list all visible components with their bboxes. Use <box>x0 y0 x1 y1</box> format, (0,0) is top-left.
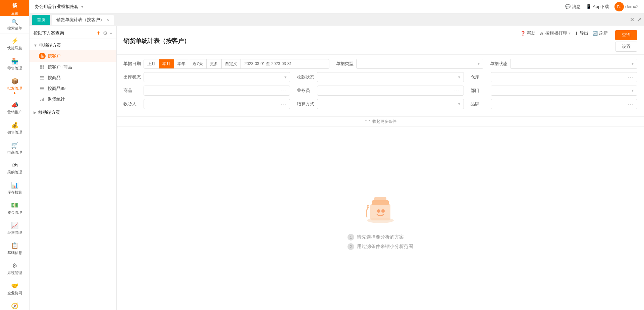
date-last-month[interactable]: 上月 <box>144 59 159 68</box>
retail-icon: 🏪 <box>11 57 18 65</box>
sidebar-item-retail[interactable]: 🏪 零售管理 <box>0 54 29 74</box>
empty-tip-2: 2 用过滤条件来缩小分析范围 <box>347 243 413 250</box>
sidebar-search[interactable]: 🔍 搜索菜单 <box>0 16 29 34</box>
tab-sales-stat[interactable]: 销货单统计表（按客户） × <box>52 15 114 25</box>
date-range-display: 2023-03-01 至 2023-03-31 <box>241 59 295 68</box>
date-custom[interactable]: 自定义 <box>222 59 241 68</box>
department-label: 部门 <box>471 88 488 94</box>
collapse-bar[interactable]: ⌃⌃ 收起更多条件 <box>117 117 644 127</box>
help-btn[interactable]: ❓ 帮助 <box>520 30 536 36</box>
sidebar-item-base[interactable]: 📋 基础信息 <box>0 239 29 259</box>
avatar: Ea <box>614 2 624 11</box>
system-icon: ⚙ <box>12 262 17 269</box>
product-select[interactable]: ··· <box>144 86 290 96</box>
close-window-icon[interactable]: ✕ <box>630 16 634 23</box>
shortcuts-icon: ⚡ <box>11 37 18 45</box>
date-this-month[interactable]: 本月 <box>159 59 174 68</box>
filter-date: 单据日期 上月 本月 本年 近7天 更多 自定义 2023-03-01 至 20… <box>123 59 329 69</box>
logo[interactable]: 畅 标账 <box>0 0 29 16</box>
by-product-icon <box>39 75 46 81</box>
app-download-label: App下载 <box>593 4 609 10</box>
scheme-item-by-customer-product[interactable]: 按客户+商品 <box>30 62 116 72</box>
collapse-panel-icon[interactable]: « <box>110 31 112 36</box>
tab-sales-stat-label: 销货单统计表（按客户） <box>56 17 104 23</box>
scheme-item-refund-stat[interactable]: 退货统计 <box>30 94 116 105</box>
empty-state: 1 请先选择要分析的方案 2 用过滤条件来缩小分析范围 <box>117 127 644 310</box>
topbar: 办公用品行业模拟账套 ▾ 💬 消息 📱 App下载 Ea demo2 <box>30 0 644 13</box>
export-label: 导出 <box>580 30 588 36</box>
warehouse-label: 仓库 <box>471 74 488 80</box>
refresh-btn[interactable]: 🔄 刷新 <box>592 30 608 36</box>
sidebar-item-purchase[interactable]: 🛍 采购管理 <box>0 158 29 178</box>
out-status-select[interactable]: ▾ <box>144 72 290 82</box>
app-download-btn[interactable]: 📱 App下载 <box>586 4 609 10</box>
sidebar-item-ecommerce[interactable]: 🛒 电商管理 <box>0 138 29 158</box>
scheme-group-desktop-title[interactable]: ▼ 电脑端方案 <box>30 40 116 50</box>
by-product99-icon <box>39 86 46 91</box>
department-select[interactable]: ▾ <box>491 86 637 96</box>
by-customer-product-label: 按客户+商品 <box>48 64 72 70</box>
sidebar-item-shortcuts[interactable]: ⚡ 快捷导航 <box>0 34 29 54</box>
tip-1-text: 请先选择要分析的方案 <box>357 234 404 240</box>
scheme-item-by-product99[interactable]: 按商品99 <box>30 83 116 94</box>
salesperson-label: 业务员 <box>297 88 314 94</box>
right-panel: 销货单统计表（按客户） ❓ 帮助 🖨 按模板打印 ▾ ⬇ <box>117 26 644 310</box>
sidebar-item-marketing[interactable]: 📣 营销推广 <box>0 98 29 118</box>
settings-scheme-icon[interactable]: ⚙ <box>103 30 107 36</box>
svg-rect-2 <box>40 65 42 67</box>
scheme-item-by-product[interactable]: 按商品 <box>30 72 116 83</box>
sidebar-item-wholesale[interactable]: 📦 批发管理 ▲ <box>0 74 29 98</box>
sidebar-item-enterprise[interactable]: 🤝 企业协同 <box>0 279 29 299</box>
date-last7[interactable]: 近7天 <box>189 59 207 68</box>
scheme-group-mobile-title[interactable]: ▶ 移动端方案 <box>30 107 116 117</box>
date-this-year[interactable]: 本年 <box>174 59 189 68</box>
receipt-status-select[interactable]: ▾ <box>317 72 464 82</box>
collapse-up-icon: ⌃⌃ <box>364 119 371 124</box>
window-controls: ✕ ⤢ <box>630 16 641 23</box>
settings-button[interactable]: 设置 <box>615 42 637 52</box>
export-btn[interactable]: ⬇ 导出 <box>575 30 588 36</box>
user-profile[interactable]: Ea demo2 <box>614 2 639 11</box>
tab-home[interactable]: 首页 <box>32 15 50 25</box>
page-actions: ❓ 帮助 🖨 按模板打印 ▾ ⬇ 导出 🔄 <box>520 30 608 36</box>
doc-type-select[interactable]: ▾ <box>356 59 483 69</box>
messages-btn[interactable]: 💬 消息 <box>565 4 581 10</box>
sidebar-item-newbie[interactable]: 🧭 新手引导 <box>0 299 29 310</box>
add-scheme-icon[interactable]: + <box>97 30 100 37</box>
doc-status-select[interactable]: ▾ <box>510 59 637 69</box>
mobile-group-label: 移动端方案 <box>38 109 60 115</box>
consignee-select[interactable]: ··· <box>144 99 290 109</box>
filter-settlement: 结算方式 ▾ <box>297 99 464 109</box>
salesperson-select[interactable]: ··· <box>317 86 464 96</box>
ecommerce-icon: 🛒 <box>11 142 18 149</box>
tab-close-icon[interactable]: × <box>106 17 109 22</box>
product-dots: ··· <box>281 88 287 93</box>
by-customer-product-icon <box>39 64 46 70</box>
filter-row-1: 单据日期 上月 本月 本年 近7天 更多 自定义 2023-03-01 至 20… <box>123 59 637 69</box>
filter-salesperson: 业务员 ··· <box>297 86 464 96</box>
inventory-icon: 📊 <box>11 182 18 189</box>
sidebar-item-operation[interactable]: 📈 经营管理 <box>0 218 29 239</box>
filter-department: 部门 ▾ <box>471 86 637 96</box>
action-buttons: 查询 设置 <box>612 30 637 52</box>
query-button[interactable]: 查询 <box>615 30 637 40</box>
department-arrow: ▾ <box>632 88 634 93</box>
filter-receipt-status: 收款状态 ▾ <box>297 72 464 82</box>
left-panel-title: 按以下方案查询 <box>34 30 64 36</box>
sidebar-item-finance[interactable]: 💵 资金管理 <box>0 198 29 218</box>
date-more[interactable]: 更多 <box>207 59 222 68</box>
print-btn[interactable]: 🖨 按模板打印 ▾ <box>540 30 571 36</box>
left-panel: 按以下方案查询 + ⚙ « ▼ 电脑端方案 按 按客户 <box>30 26 117 310</box>
brand-select[interactable]: ··· <box>491 99 637 109</box>
brand-dots: ··· <box>628 101 634 107</box>
desktop-group-label: 电脑端方案 <box>39 42 61 48</box>
main-area: 办公用品行业模拟账套 ▾ 💬 消息 📱 App下载 Ea demo2 首页 销货… <box>30 0 644 310</box>
maximize-window-icon[interactable]: ⤢ <box>637 16 641 23</box>
settlement-select[interactable]: ▾ <box>317 99 464 109</box>
sidebar-item-inventory[interactable]: 📊 库存核算 <box>0 178 29 198</box>
sidebar-item-system[interactable]: ⚙ 系统管理 <box>0 259 29 279</box>
warehouse-select[interactable]: ··· <box>491 72 637 82</box>
sidebar-item-sales[interactable]: 💰 销售管理 <box>0 118 29 138</box>
scheme-item-by-customer[interactable]: 按 按客户 <box>30 50 116 62</box>
tab-home-label: 首页 <box>37 17 46 23</box>
